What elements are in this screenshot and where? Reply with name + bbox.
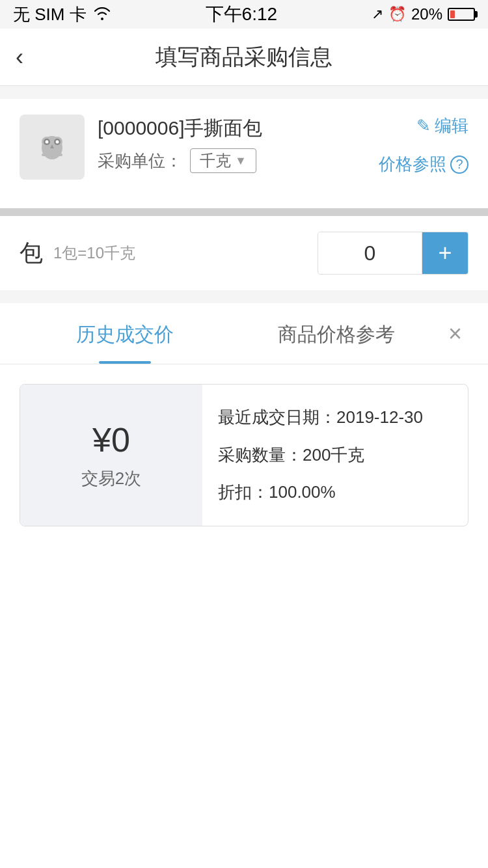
status-bar: 无 SIM 卡 下午6:12 ↗ ⏰ 20%	[0, 0, 488, 29]
history-right-panel: 最近成交日期：2019-12-30 采购数量：200千克 折扣：100.00%	[202, 385, 468, 526]
product-card: [0000006]手撕面包 采购单位： 千克 ▼ ✎ 编辑 价格参照 ?	[0, 99, 488, 208]
product-left: [0000006]手撕面包 采购单位： 千克 ▼	[20, 115, 262, 180]
edit-label: 编辑	[435, 115, 468, 137]
discount-value: 100.00%	[269, 482, 336, 502]
product-info: [0000006]手撕面包 采购单位： 千克 ▼	[98, 115, 262, 173]
svg-rect-8	[42, 154, 62, 156]
quantity-detail-label: 采购数量：	[218, 445, 303, 465]
unit-conversion: 1包=10千克	[53, 243, 135, 264]
quantity-left: 包 1包=10千克	[20, 237, 135, 269]
svg-point-6	[56, 140, 59, 143]
section-divider	[0, 208, 488, 216]
bottom-space	[0, 546, 488, 868]
quantity-row-detail: 采购数量：200千克	[218, 442, 452, 469]
tab-close-button[interactable]: ×	[442, 322, 468, 346]
product-name: [0000006]手撕面包	[98, 115, 262, 142]
product-right: ✎ 编辑 价格参照 ?	[379, 115, 468, 176]
tab-section: 历史成交价 商品价格参考 × ¥0 交易2次 最近成交日期：2019-12-30…	[0, 303, 488, 546]
nav-bar: ‹ 填写商品采购信息	[0, 29, 488, 86]
discount-row: 折扣：100.00%	[218, 479, 452, 506]
back-button[interactable]: ‹	[16, 44, 23, 71]
tab-price-ref[interactable]: 商品价格参考	[230, 303, 441, 364]
quantity-control: +	[318, 232, 468, 275]
quantity-plus-button[interactable]: +	[422, 232, 468, 274]
product-unit-row: 采购单位： 千克 ▼	[98, 148, 262, 173]
price-value: 0	[111, 421, 130, 459]
quantity-unit: 包	[20, 237, 43, 269]
wifi-icon	[93, 5, 111, 25]
tab-content: ¥0 交易2次 最近成交日期：2019-12-30 采购数量：200千克 折扣：…	[0, 364, 488, 546]
page-title: 填写商品采购信息	[156, 42, 332, 72]
tab-price-ref-label: 商品价格参考	[278, 323, 395, 345]
product-thumbnail	[20, 115, 85, 180]
tab-header: 历史成交价 商品价格参考 ×	[0, 303, 488, 364]
edit-icon: ✎	[416, 116, 431, 136]
currency-symbol: ¥	[92, 421, 111, 459]
price-ref-button[interactable]: 价格参照 ?	[379, 153, 468, 176]
battery-icon	[448, 8, 475, 21]
dropdown-arrow-icon: ▼	[235, 154, 247, 168]
price-ref-label: 价格参照	[379, 153, 446, 176]
svg-point-5	[46, 140, 49, 143]
quantity-input[interactable]	[318, 232, 422, 274]
recent-date-label: 最近成交日期：	[218, 407, 336, 427]
recent-date-row: 最近成交日期：2019-12-30	[218, 404, 452, 431]
unit-value: 千克	[200, 150, 231, 171]
recent-date-value: 2019-12-30	[336, 407, 423, 427]
history-price-card: ¥0 交易2次 最近成交日期：2019-12-30 采购数量：200千克 折扣：…	[20, 384, 468, 526]
edit-button[interactable]: ✎ 编辑	[416, 115, 468, 137]
tab-history-label: 历史成交价	[76, 323, 174, 345]
carrier-text: 无 SIM 卡	[13, 3, 87, 26]
battery-percent: 20%	[411, 5, 442, 23]
alarm-icon: ⏰	[388, 6, 406, 23]
product-logo	[33, 125, 72, 170]
status-time: 下午6:12	[206, 2, 278, 27]
history-trade-count: 交易2次	[81, 467, 141, 490]
unit-label-text: 采购单位：	[98, 150, 182, 172]
quantity-detail-value: 200千克	[303, 445, 364, 465]
status-icons: ↗ ⏰ 20%	[372, 5, 475, 23]
location-icon: ↗	[372, 6, 383, 23]
tab-history-price[interactable]: 历史成交价	[20, 303, 230, 364]
status-carrier: 无 SIM 卡	[13, 3, 111, 26]
history-left-panel: ¥0 交易2次	[20, 385, 202, 526]
product-header: [0000006]手撕面包 采购单位： 千克 ▼ ✎ 编辑 价格参照 ?	[20, 115, 468, 180]
unit-select[interactable]: 千克 ▼	[190, 148, 256, 173]
discount-label: 折扣：	[218, 482, 269, 502]
history-price: ¥0	[92, 420, 130, 459]
quantity-row: 包 1包=10千克 +	[0, 216, 488, 290]
help-icon: ?	[450, 156, 468, 174]
